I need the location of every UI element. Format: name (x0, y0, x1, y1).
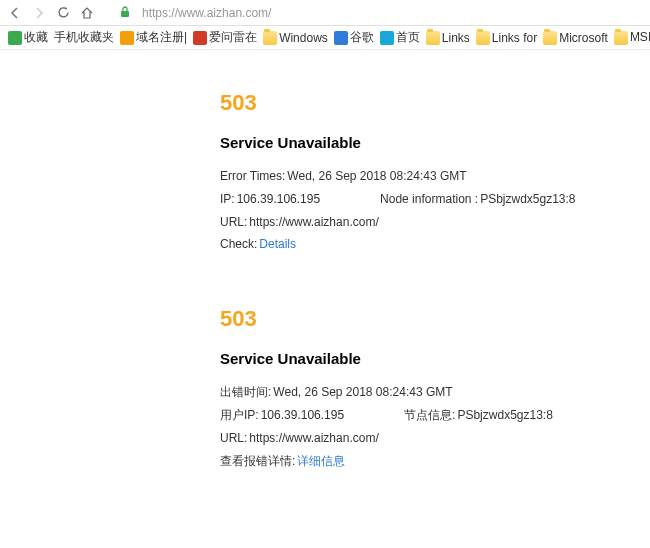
node-label: Node information : (380, 188, 478, 211)
bookmark-icon (193, 31, 207, 45)
url-label: URL: (220, 211, 247, 234)
bookmark-label: Links for (492, 31, 537, 45)
bookmark-label: 手机收藏夹 (54, 29, 114, 46)
error-block: 503 Service Unavailable 出错时间: Wed, 26 Se… (220, 306, 620, 472)
time-value: Wed, 26 Sep 2018 08:24:43 GMT (287, 165, 466, 188)
time-value: Wed, 26 Sep 2018 08:24:43 GMT (273, 381, 452, 404)
bookmark-label: Links (442, 31, 470, 45)
bookmark-icon (334, 31, 348, 45)
bookmark-label: MSN 网 (630, 29, 650, 46)
chevron-left-icon (9, 7, 21, 19)
svg-rect-0 (121, 11, 129, 17)
browser-toolbar: https://www.aizhan.com/ (0, 0, 650, 26)
address-bar[interactable]: https://www.aizhan.com/ (142, 6, 271, 20)
check-label: Check: (220, 233, 257, 256)
bookmark-label: 谷歌 (350, 29, 374, 46)
bookmark-icon (8, 31, 22, 45)
chevron-right-icon (33, 7, 45, 19)
reload-button[interactable] (56, 6, 70, 20)
bookmark-item[interactable]: 爱问雷在 (193, 29, 257, 46)
forward-button[interactable] (32, 6, 46, 20)
folder-icon (614, 31, 628, 45)
ip-label: 用户IP: (220, 404, 259, 427)
folder-icon (476, 31, 490, 45)
bookmark-item[interactable]: 手机收藏夹 (54, 29, 114, 46)
bookmark-item[interactable]: 谷歌 (334, 29, 374, 46)
bookmark-item[interactable]: MSN 网 (614, 29, 650, 46)
bookmark-item[interactable]: Microsoft (543, 31, 608, 45)
details-link[interactable]: Details (259, 233, 296, 256)
node-value: PSbjzwdx5gz13:8 (457, 404, 552, 427)
back-button[interactable] (8, 6, 22, 20)
bookmark-item[interactable]: 收藏 (8, 29, 48, 46)
error-code: 503 (220, 306, 620, 332)
ip-value: 106.39.106.195 (237, 188, 320, 211)
page-content: 503 Service Unavailable Error Times: Wed… (0, 50, 650, 472)
bookmark-icon (120, 31, 134, 45)
node-label: 节点信息: (404, 404, 455, 427)
error-title: Service Unavailable (220, 134, 620, 151)
bookmarks-bar: 收藏 手机收藏夹 域名注册| 爱问雷在 Windows 谷歌 首页 Links … (0, 26, 650, 50)
bookmark-item[interactable]: 域名注册| (120, 29, 187, 46)
bookmark-label: 爱问雷在 (209, 29, 257, 46)
node-value: PSbjzwdx5gz13:8 (480, 188, 575, 211)
bookmark-label: 首页 (396, 29, 420, 46)
error-block: 503 Service Unavailable Error Times: Wed… (220, 90, 620, 256)
bookmark-item[interactable]: Links (426, 31, 470, 45)
home-icon (80, 6, 94, 20)
error-title: Service Unavailable (220, 350, 620, 367)
folder-icon (426, 31, 440, 45)
home-button[interactable] (80, 6, 94, 20)
url-label: URL: (220, 427, 247, 450)
ip-value: 106.39.106.195 (261, 404, 344, 427)
url-value: https://www.aizhan.com/ (249, 211, 378, 234)
bookmark-item[interactable]: Links for (476, 31, 537, 45)
details-link[interactable]: 详细信息 (297, 450, 345, 473)
lock-icon (120, 6, 130, 20)
bookmark-label: Microsoft (559, 31, 608, 45)
folder-icon (263, 31, 277, 45)
folder-icon (543, 31, 557, 45)
time-label: Error Times: (220, 165, 285, 188)
reload-icon (57, 6, 70, 19)
ip-label: IP: (220, 188, 235, 211)
bookmark-label: 收藏 (24, 29, 48, 46)
bookmark-label: Windows (279, 31, 328, 45)
error-code: 503 (220, 90, 620, 116)
bookmark-icon (380, 31, 394, 45)
bookmark-item[interactable]: 首页 (380, 29, 420, 46)
bookmark-label: 域名注册| (136, 29, 187, 46)
bookmark-item[interactable]: Windows (263, 31, 328, 45)
time-label: 出错时间: (220, 381, 271, 404)
check-label: 查看报错详情: (220, 450, 295, 473)
url-value: https://www.aizhan.com/ (249, 427, 378, 450)
